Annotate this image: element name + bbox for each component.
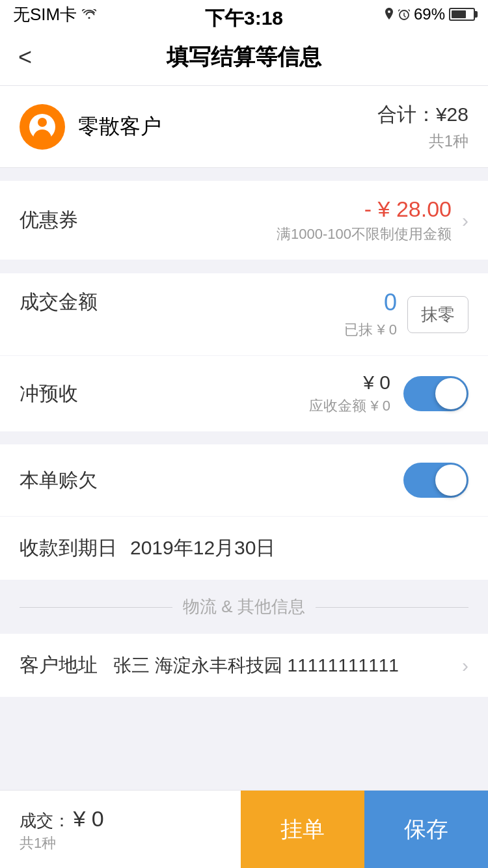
wifi-icon — [82, 9, 96, 20]
bottom-bar: 成交： ¥ 0 共1种 挂单 保存 — [0, 790, 488, 868]
total-amount: 合计：¥28 — [377, 102, 468, 128]
customer-total: 合计：¥28 共1种 — [377, 102, 468, 152]
customer-info: 零散客户 — [20, 104, 161, 150]
alarm-icon — [398, 8, 410, 21]
coupon-right: - ¥ 28.00 满1000-100不限制使用金额 › — [277, 197, 468, 244]
divider-2 — [0, 260, 488, 273]
address-chevron: › — [462, 655, 468, 677]
nav-bar: < 填写结算等信息 — [0, 29, 488, 86]
page-title: 填写结算等信息 — [167, 42, 321, 72]
credit-toggle[interactable] — [403, 463, 468, 498]
avatar-icon — [29, 114, 55, 140]
address-section: 客户地址 张三 海淀永丰科技园 11111111111 › — [0, 634, 488, 697]
save-button[interactable]: 保存 — [364, 791, 488, 868]
coupon-chevron: › — [462, 210, 468, 232]
bottom-count: 共1种 — [20, 834, 221, 853]
address-left: 客户地址 张三 海淀永丰科技园 11111111111 — [20, 652, 399, 679]
battery-percent: 69% — [414, 5, 445, 23]
credit-label: 本单赊欠 — [20, 467, 98, 494]
prepay-main-value: ¥ 0 — [309, 372, 390, 394]
address-value: 张三 海淀永丰科技园 11111111111 — [113, 653, 399, 678]
back-button[interactable]: < — [18, 44, 32, 71]
deal-section: 成交金额 0 已抹 ¥ 0 抹零 冲预收 ¥ 0 应收金额 ¥ 0 — [0, 273, 488, 431]
deal-amount-label: 成交金额 — [20, 289, 98, 316]
address-label: 客户地址 — [20, 652, 98, 679]
coupon-label: 优惠券 — [20, 207, 78, 234]
round-zero-button[interactable]: 抹零 — [407, 296, 468, 333]
bottom-summary: 成交： ¥ 0 共1种 — [0, 791, 241, 868]
credit-toggle-knob — [435, 465, 467, 496]
pending-button[interactable]: 挂单 — [241, 791, 364, 868]
deal-right: 0 已抹 ¥ 0 抹零 — [344, 289, 468, 340]
customer-name: 零散客户 — [78, 113, 161, 141]
prepay-toggle[interactable] — [403, 376, 468, 411]
coupon-note: 满1000-100不限制使用金额 — [277, 224, 452, 244]
prepay-row: 冲预收 ¥ 0 应收金额 ¥ 0 — [0, 355, 488, 431]
due-date-row: 收款到期日 2019年12月30日 — [0, 516, 488, 580]
due-date-label: 收款到期日 — [20, 535, 117, 562]
status-left: 无SIM卡 — [13, 3, 96, 26]
divider-1 — [0, 168, 488, 181]
prepay-value-block: ¥ 0 应收金额 ¥ 0 — [309, 372, 390, 416]
coupon-discount: - ¥ 28.00 — [277, 197, 452, 222]
logistics-label: 物流 & 其他信息 — [172, 597, 316, 616]
bottom-deal-amount: ¥ 0 — [73, 806, 103, 831]
deal-amount-row: 成交金额 0 已抹 ¥ 0 抹零 — [0, 273, 488, 355]
deal-sub: 已抹 ¥ 0 — [344, 320, 397, 340]
battery-icon — [449, 8, 475, 21]
prepay-right: ¥ 0 应收金额 ¥ 0 — [309, 372, 468, 416]
customer-avatar — [20, 104, 65, 150]
coupon-section: 优惠券 - ¥ 28.00 满1000-100不限制使用金额 › — [0, 181, 488, 260]
location-icon — [384, 8, 394, 21]
deal-value: 0 — [344, 289, 397, 316]
coupon-row[interactable]: 优惠券 - ¥ 28.00 满1000-100不限制使用金额 › — [0, 181, 488, 260]
prepay-sub: 应收金额 ¥ 0 — [309, 396, 390, 416]
status-time: 下午3:18 — [205, 5, 283, 32]
divider-3 — [0, 431, 488, 444]
total-count: 共1种 — [377, 131, 468, 152]
bottom-deal-label: 成交： — [20, 811, 70, 830]
coupon-value-block: - ¥ 28.00 满1000-100不限制使用金额 — [277, 197, 452, 244]
status-right: 69% — [384, 5, 475, 23]
bottom-deal-line: 成交： ¥ 0 — [20, 806, 221, 832]
toggle-knob — [435, 378, 467, 409]
sim-text: 无SIM卡 — [13, 3, 77, 26]
customer-row: 零散客户 合计：¥28 共1种 — [0, 86, 488, 168]
status-bar: 无SIM卡 下午3:18 69% — [0, 0, 488, 29]
due-date-value: 2019年12月30日 — [130, 535, 275, 562]
content: 零散客户 合计：¥28 共1种 优惠券 - ¥ 28.00 满1000-100不… — [0, 86, 488, 827]
prepay-label: 冲预收 — [20, 381, 78, 407]
credit-section: 本单赊欠 收款到期日 2019年12月30日 — [0, 444, 488, 580]
logistics-divider: 物流 & 其他信息 — [0, 580, 488, 634]
address-row[interactable]: 客户地址 张三 海淀永丰科技园 11111111111 › — [0, 634, 488, 697]
credit-row: 本单赊欠 — [0, 444, 488, 516]
customer-section: 零散客户 合计：¥28 共1种 — [0, 86, 488, 168]
deal-value-block: 0 已抹 ¥ 0 — [344, 289, 397, 340]
